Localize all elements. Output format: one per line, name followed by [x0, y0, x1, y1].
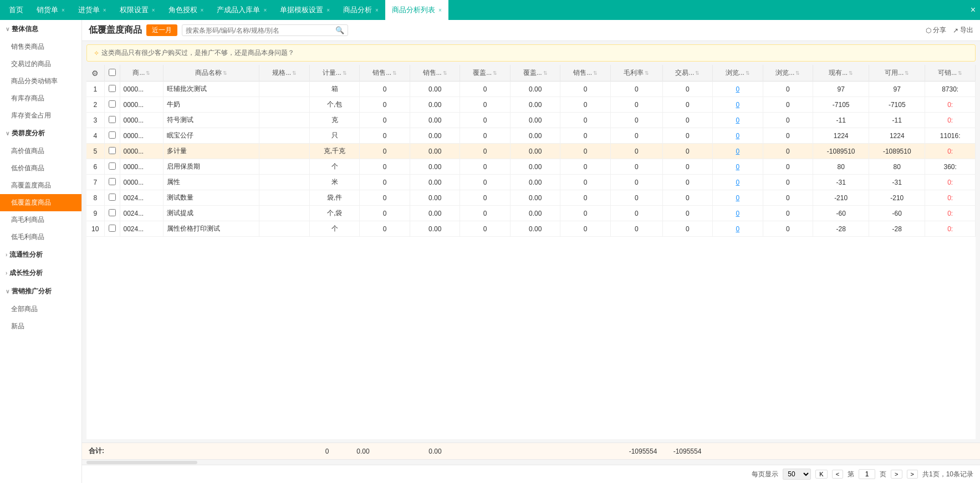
sidebar-section-growth[interactable]: › 成长性分析: [0, 264, 81, 282]
prev-page-button[interactable]: <: [832, 470, 843, 479]
sidebar-item-stock-capital[interactable]: 库存资金占用: [0, 107, 81, 124]
row-select-checkbox[interactable]: [109, 194, 116, 201]
row-checkbox[interactable]: [104, 221, 120, 237]
row-checkbox[interactable]: [104, 128, 120, 144]
row-current-stock: -11: [813, 113, 869, 128]
sort-icon-transaction[interactable]: ⇅: [695, 70, 700, 76]
row-checkbox[interactable]: [104, 190, 120, 206]
row-select-checkbox[interactable]: [109, 116, 116, 123]
row-checkbox[interactable]: [104, 175, 120, 190]
col-settings[interactable]: ⚙: [86, 65, 104, 82]
row-select-checkbox[interactable]: [109, 178, 116, 185]
row-checkbox[interactable]: [104, 144, 120, 159]
share-button[interactable]: ⬡ 分享: [926, 26, 946, 35]
sidebar-item-new-products[interactable]: 新品: [0, 318, 81, 335]
sidebar-item-high-value[interactable]: 高价值商品: [0, 143, 81, 160]
sort-icon-spec[interactable]: ⇅: [292, 70, 297, 76]
select-all-checkbox[interactable]: [109, 69, 116, 76]
nav-permissions-close[interactable]: ×: [152, 7, 155, 13]
sidebar-section-overall[interactable]: ∨ 整体信息: [0, 20, 81, 38]
row-checkbox[interactable]: [104, 97, 120, 113]
page-number-input[interactable]: [859, 469, 875, 479]
sort-icon-browse1[interactable]: ⇅: [746, 70, 750, 76]
row-select-checkbox[interactable]: [109, 147, 116, 154]
sidebar-item-all-products[interactable]: 全部商品: [0, 301, 81, 318]
time-filter-button[interactable]: 近一月: [146, 24, 177, 36]
nav-sales-order[interactable]: 销货单 ×: [30, 0, 72, 20]
row-select-checkbox[interactable]: [109, 209, 116, 216]
nav-permissions[interactable]: 权限设置 ×: [113, 0, 162, 20]
nav-purchase-order[interactable]: 进货单 ×: [72, 0, 113, 20]
nav-role-auth-close[interactable]: ×: [201, 7, 204, 13]
nav-product-analysis-list-close[interactable]: ×: [438, 7, 442, 13]
row-checkbox[interactable]: [104, 159, 120, 175]
row-browse1[interactable]: 0: [713, 221, 763, 237]
row-browse1[interactable]: 0: [713, 175, 763, 190]
row-browse1[interactable]: 0: [713, 144, 763, 159]
nav-product-analysis-close[interactable]: ×: [375, 7, 379, 13]
nav-sales-order-close[interactable]: ×: [62, 7, 65, 13]
sidebar-item-low-gross[interactable]: 低毛利商品: [0, 228, 81, 246]
search-icon[interactable]: 🔍: [335, 26, 344, 34]
sort-icon-coverage2[interactable]: ⇅: [543, 70, 548, 76]
nav-purchase-order-close[interactable]: ×: [103, 7, 106, 13]
nav-product-analysis-list[interactable]: 商品分析列表 ×: [385, 0, 448, 20]
row-browse1[interactable]: 0: [713, 159, 763, 175]
close-all-tabs[interactable]: ×: [971, 5, 976, 15]
sort-icon-code[interactable]: ⇅: [146, 70, 150, 76]
sort-icon-coverage1[interactable]: ⇅: [493, 70, 497, 76]
row-select-checkbox[interactable]: [109, 100, 116, 108]
sort-icon-current-stock[interactable]: ⇅: [849, 70, 853, 76]
nav-template-settings[interactable]: 单据模板设置 ×: [273, 0, 336, 20]
nav-template-settings-close[interactable]: ×: [326, 7, 330, 13]
sort-icon-browse2[interactable]: ⇅: [795, 70, 800, 76]
nav-product-analysis[interactable]: 商品分析 ×: [336, 0, 385, 20]
nav-home[interactable]: 首页: [2, 0, 30, 20]
search-input[interactable]: [186, 27, 335, 34]
nav-role-auth[interactable]: 角色授权 ×: [162, 0, 211, 20]
row-browse1[interactable]: 0: [713, 97, 763, 113]
row-select-checkbox[interactable]: [109, 162, 116, 170]
sort-icon-sellable[interactable]: ⇅: [958, 70, 962, 76]
export-button[interactable]: ↗ 导出: [953, 26, 973, 35]
col-sales-amt: 销售...⇅: [410, 65, 460, 82]
sidebar-item-high-coverage[interactable]: 高覆盖度商品: [0, 177, 81, 194]
horizontal-scrollbar[interactable]: [86, 461, 197, 464]
row-checkbox[interactable]: [104, 113, 120, 128]
row-browse1[interactable]: 0: [713, 128, 763, 144]
sort-icon-name[interactable]: ⇅: [223, 70, 227, 76]
sidebar-section-quality[interactable]: ∨ 类群度分析: [0, 124, 81, 143]
sidebar-item-low-coverage[interactable]: 低覆盖度商品: [0, 194, 81, 211]
sort-icon-sales-amt[interactable]: ⇅: [443, 70, 447, 76]
sidebar-item-stocked-products[interactable]: 有库存商品: [0, 90, 81, 107]
sort-icon-available[interactable]: ⇅: [905, 70, 909, 76]
sort-icon-gross-margin[interactable]: ⇅: [645, 70, 649, 76]
first-page-button[interactable]: K: [815, 470, 827, 479]
sort-icon-sales-qty[interactable]: ⇅: [392, 70, 397, 76]
sidebar-item-sales-products[interactable]: 销售类商品: [0, 38, 81, 55]
row-select-checkbox[interactable]: [109, 225, 116, 232]
row-browse1[interactable]: 0: [713, 190, 763, 206]
sidebar-item-traded-products[interactable]: 交易过的商品: [0, 55, 81, 73]
row-checkbox[interactable]: [104, 82, 120, 97]
last-page-button[interactable]: >: [907, 470, 918, 479]
nav-product-inbound-close[interactable]: ×: [263, 7, 267, 13]
row-select-checkbox[interactable]: [109, 131, 116, 139]
sidebar-item-category-rate[interactable]: 商品分类动销率: [0, 73, 81, 90]
settings-icon[interactable]: ⚙: [91, 69, 99, 78]
nav-product-inbound[interactable]: 产成品入库单 ×: [210, 0, 273, 20]
per-page-select[interactable]: 50 100 200: [783, 469, 811, 480]
sidebar-section-marketing[interactable]: ∨ 营销推广分析: [0, 282, 81, 301]
sidebar-item-low-value[interactable]: 低价值商品: [0, 160, 81, 177]
row-browse1[interactable]: 0: [713, 113, 763, 128]
sidebar-item-high-gross[interactable]: 高毛利商品: [0, 211, 81, 228]
row-checkbox[interactable]: [104, 206, 120, 221]
row-select-checkbox[interactable]: [109, 85, 116, 92]
sort-icon-sales-count[interactable]: ⇅: [593, 70, 598, 76]
sidebar-section-flow[interactable]: › 流通性分析: [0, 246, 81, 264]
row-sales-count: 0: [560, 159, 611, 175]
sort-icon-unit[interactable]: ⇅: [343, 70, 347, 76]
next-page-button[interactable]: >: [891, 470, 902, 479]
row-browse1[interactable]: 0: [713, 206, 763, 221]
row-browse1[interactable]: 0: [713, 82, 763, 97]
